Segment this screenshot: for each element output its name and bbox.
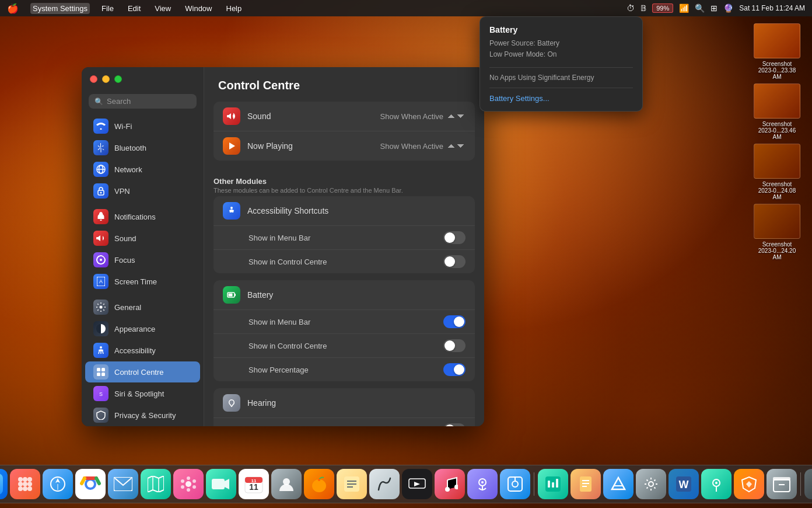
dock-icon-mail[interactable] (108, 469, 138, 499)
menu-edit[interactable]: Edit (125, 3, 143, 14)
accessibility-menu-bar-row: Show in Menu Bar (214, 226, 475, 250)
sidebar: 🔍 Search Wi-Fi Bluetooth Network (82, 67, 204, 426)
sidebar-item-appearance[interactable]: Appearance (85, 318, 200, 339)
hearing-menu-bar-toggle[interactable] (443, 423, 466, 426)
dock-icon-settings[interactable] (636, 469, 666, 499)
dock-icon-safari[interactable] (43, 469, 73, 499)
dock-icon-appstore[interactable] (603, 469, 634, 499)
sidebar-item-vpn[interactable]: VPN (85, 180, 200, 201)
maximize-button[interactable] (114, 75, 122, 83)
network-label: Network (114, 165, 142, 174)
nowplaying-stepper[interactable]: ⏶⏷ (447, 141, 466, 151)
menu-file[interactable]: File (99, 3, 116, 14)
focus-label: Focus (114, 256, 135, 265)
svg-marker-72 (414, 482, 420, 486)
nowplaying-module-control: Show When Active ⏶⏷ (380, 141, 466, 151)
dock-icon-podcasts[interactable] (467, 469, 498, 499)
dock-icon-numbers[interactable] (538, 469, 568, 499)
svg-rect-97 (774, 479, 790, 492)
svg-point-75 (445, 487, 450, 492)
dock-icon-internetaccounts[interactable] (500, 469, 530, 499)
page-title: Control Centre (204, 79, 484, 102)
dock-icon-pages[interactable] (570, 469, 601, 499)
dock-icon-maps[interactable] (141, 469, 171, 499)
sound-label: Sound (114, 234, 136, 243)
siri-menu-icon[interactable]: 🔮 (723, 4, 733, 13)
other-modules-desc: These modules can be added to Control Ce… (214, 187, 475, 194)
dock-icon-calendar[interactable]: 1111 (239, 469, 269, 499)
traffic-lights (90, 75, 122, 83)
svg-rect-58 (212, 479, 225, 489)
sidebar-item-accessibility[interactable]: Accessibility (85, 340, 200, 361)
search-icon: 🔍 (94, 98, 103, 106)
desktop-icon-2[interactable]: Screenshot 2023-0...24.08 AM (754, 144, 800, 200)
dock-icon-contacts[interactable] (271, 469, 302, 499)
svg-point-79 (481, 481, 484, 483)
battery-popup-apps: No Apps Using Significant Energy (489, 74, 633, 82)
svg-rect-85 (552, 482, 554, 488)
accessibility-icon (93, 343, 108, 358)
minimize-button[interactable] (102, 75, 110, 83)
battery-menu-bar-toggle[interactable] (443, 315, 466, 328)
dock-icon-appletv[interactable] (402, 469, 432, 499)
dock-icon-launchpad[interactable] (10, 469, 40, 499)
dock-icon-findmy[interactable] (701, 469, 732, 499)
dock-icon-archive[interactable] (766, 469, 797, 499)
accessibility-menu-bar-toggle[interactable] (443, 231, 466, 244)
battery-control-centre-toggle[interactable] (443, 339, 466, 352)
accessibility-control-centre-toggle[interactable] (443, 255, 466, 268)
svg-point-96 (715, 482, 718, 484)
battery-popup: Battery Power Source: Battery Low Power … (480, 16, 643, 112)
dock-icon-notes[interactable] (337, 469, 367, 499)
desktop-icon-0[interactable]: Screenshot 2023-0...23.38 AM (754, 23, 800, 80)
dock-icon-music[interactable] (435, 469, 465, 499)
menu-view[interactable]: View (152, 3, 173, 14)
svg-point-8 (100, 306, 103, 309)
svg-rect-12 (97, 368, 100, 371)
search-menu-icon[interactable]: 🔍 (695, 4, 705, 13)
battery-settings-link[interactable]: Battery Settings... (489, 94, 633, 103)
sidebar-item-privacy[interactable]: Privacy & Security (85, 405, 200, 426)
sidebar-item-general[interactable]: General (85, 297, 200, 318)
svg-text:11: 11 (249, 482, 258, 492)
sidebar-item-siri[interactable]: S Siri & Spotlight (85, 383, 200, 404)
sound-module-row: Sound Show When Active ⏶⏷ (214, 102, 475, 131)
dock-icon-facetime[interactable] (206, 469, 236, 499)
menu-system-settings[interactable]: System Settings (30, 3, 90, 14)
bluetooth-menu-icon[interactable]: 𝔹 (640, 4, 646, 13)
battery-percentage-toggle[interactable] (443, 363, 466, 376)
sidebar-item-network[interactable]: Network (85, 159, 200, 180)
sidebar-item-focus[interactable]: Focus (85, 249, 200, 270)
desktop-icon-1[interactable]: Screenshot 2023-0...23.46 AM (754, 83, 800, 140)
menu-window[interactable]: Window (183, 3, 214, 14)
apple-menu[interactable]: 🍎 (7, 3, 19, 14)
sidebar-item-screentime[interactable]: A Screen Time (85, 271, 200, 292)
vpn-icon (93, 183, 108, 199)
dock-icon-finder[interactable]: 😊 (0, 469, 8, 499)
control-centre-menu-icon[interactable]: ⊞ (710, 4, 718, 13)
screenshot-thumb-0 (754, 23, 800, 58)
dock-icon-freeform[interactable] (369, 469, 400, 499)
search-box[interactable]: 🔍 Search (89, 94, 197, 109)
battery-popup-divider-2 (489, 88, 633, 88)
sidebar-item-notifications[interactable]: Notifications (85, 206, 200, 227)
sidebar-item-sound[interactable]: Sound (85, 228, 200, 249)
dock-icon-chrome[interactable] (75, 469, 106, 499)
screenshot-label-2: Screenshot 2023-0...24.08 AM (754, 181, 800, 200)
clock: Sat 11 Feb 11:24 AM (739, 4, 805, 12)
sidebar-item-bluetooth[interactable]: Bluetooth (85, 137, 200, 158)
sidebar-item-control[interactable]: Control Centre (85, 361, 200, 382)
sidebar-item-wifi[interactable]: Wi-Fi (85, 116, 200, 137)
sound-stepper[interactable]: ⏶⏷ (447, 111, 466, 121)
close-button[interactable] (90, 75, 97, 83)
dock-icon-photos[interactable] (173, 469, 204, 499)
menu-help[interactable]: Help (224, 3, 244, 14)
dock-icon-word[interactable]: W (668, 469, 699, 499)
desktop-icon-3[interactable]: Screenshot 2023-0...24.20 AM (754, 204, 800, 260)
dock-icon-trash[interactable] (804, 469, 812, 499)
svg-point-56 (181, 485, 184, 489)
dock-icon-brave[interactable] (734, 469, 764, 499)
dock-icon-mango[interactable] (304, 469, 334, 499)
wifi-menu-icon[interactable]: 📶 (679, 4, 689, 13)
battery-percentage[interactable]: 99% (652, 4, 673, 13)
